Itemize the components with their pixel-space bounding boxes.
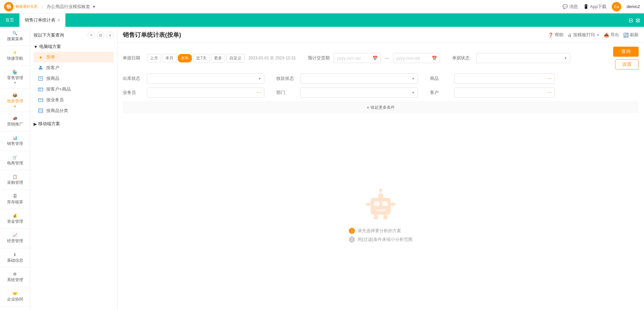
sidebar-item-purchase[interactable]: 📋 采购管理 [0, 170, 30, 190]
sidebar-item-wholesale[interactable]: 📦 批发管理 ▲ [0, 89, 30, 112]
sidebar-item-enterprise[interactable]: 🤝 企业协同 [0, 287, 30, 307]
scheme-item-by-customer[interactable]: 按客户 [34, 62, 114, 73]
sidebar-item-search[interactable]: 🔍 搜索菜单 [0, 27, 30, 46]
sidebar-quicknav-label: 快捷导航 [0, 56, 30, 61]
message-icon: 💬 [562, 4, 568, 9]
marketing-icon: 📣 [0, 116, 30, 121]
app-download-action[interactable]: 📱 App下载 [583, 4, 606, 10]
svg-rect-13 [374, 201, 379, 206]
refresh-action[interactable]: 🔄 刷新 [623, 32, 639, 38]
print-action[interactable]: 🖨 按模板打印 ▼ [568, 32, 600, 38]
empty-steps: 1 请先选择要分析的方案 2 用[过滤]条件来缩小分析范围 [349, 228, 412, 243]
empty-step-1-label: 请先选择要分析的方案 [358, 228, 401, 234]
scheme-item-icon-category [38, 108, 44, 114]
date-btn-this-month[interactable]: 本月 [162, 54, 176, 62]
page-header: 销售订单统计表(按单) ❓ 帮助 🖨 按模板打印 ▼ [117, 27, 644, 43]
scheme-settings-btn[interactable]: ⊙ [97, 32, 104, 39]
chevron-right-icon: ▶ [34, 121, 37, 126]
scheme-item-by-salesperson[interactable]: 按业务员 [34, 95, 114, 105]
goods-select[interactable]: ··· [454, 73, 555, 84]
sidebar-item-system[interactable]: ⚙ 系统管理 [0, 268, 30, 287]
minimize-icon[interactable]: ⊟ [629, 17, 633, 23]
scheme-panel-title: 按以下方案查询 [34, 32, 86, 38]
scheme-panel-header: 按以下方案查询 + ⊙ « [30, 30, 117, 42]
sidebar-item-finance[interactable]: 💰 资金管理 [0, 209, 30, 229]
customer-dots[interactable]: ··· [547, 90, 552, 96]
message-action[interactable]: 💬 消息 [562, 4, 578, 10]
tab-home[interactable]: 首页 [0, 13, 19, 27]
help-action[interactable]: ❓ 帮助 [548, 32, 564, 38]
payment-status-label: 收款状态 [276, 75, 297, 82]
avatar[interactable]: Ea [612, 2, 621, 11]
svg-rect-14 [382, 201, 387, 206]
scheme-section-title-desktop[interactable]: ▼ 电脑端方案 [34, 42, 114, 52]
export-action[interactable]: 📤 导出 [604, 32, 619, 38]
sidebar-item-basic-info[interactable]: ℹ 基础信息 [0, 248, 30, 268]
setting-button[interactable]: 设置 [615, 59, 639, 69]
scheme-item-label-category: 按商品分类 [46, 108, 68, 114]
sidebar-item-newuser[interactable]: 🎯 新手引导 [0, 307, 30, 310]
scheme-item-by-customer-product[interactable]: 按客户+商品 [34, 84, 114, 95]
date-separator: — [385, 56, 389, 61]
query-button[interactable]: 查询 [613, 47, 639, 57]
sidebar-item-quick-nav[interactable]: ⚡ 快捷导航 [0, 46, 30, 66]
print-label: 按模板打印 [573, 32, 595, 38]
app-icon: 📱 [583, 4, 589, 9]
scheme-item-by-product[interactable]: 按商品 [34, 73, 114, 84]
sidebar: 🔍 搜索菜单 ⚡ 快捷导航 🏪 零售管理 ▼ 📦 批发管理 ▲ 📣 营销推广 📊… [0, 27, 30, 310]
expected-delivery-end[interactable]: yyyy-mm-dd 📅 [393, 53, 440, 63]
main-content: 销售订单统计表(按单) ❓ 帮助 🖨 按模板打印 ▼ [117, 27, 644, 310]
sidebar-finance-label: 资金管理 [0, 219, 30, 224]
sidebar-sales-label: 销售管理 [0, 141, 30, 147]
chevron-down-icon: ▼ [564, 56, 567, 60]
date-btn-this-year[interactable]: 本年 [178, 54, 192, 62]
print-dropdown-icon[interactable]: ▼ [596, 33, 600, 37]
date-btn-more[interactable]: 更多 [211, 54, 225, 62]
goods-label: 商品 [430, 75, 450, 82]
customer-select[interactable]: ··· [454, 88, 555, 98]
svg-rect-19 [366, 203, 371, 206]
help-label: 帮助 [555, 32, 564, 38]
payment-status-select[interactable]: ▼ [301, 73, 418, 84]
department-select[interactable]: ▼ [301, 88, 418, 98]
scheme-item-by-product-category[interactable]: 按商品分类 [34, 105, 114, 116]
sidebar-item-operations[interactable]: 📈 经营管理 [0, 229, 30, 248]
sidebar-item-inventory[interactable]: 🗄 库存核算 [0, 190, 30, 209]
salesperson-dots[interactable]: ··· [257, 90, 261, 96]
salesperson-select[interactable]: ··· [147, 88, 264, 98]
scheme-add-btn[interactable]: + [88, 32, 95, 39]
svg-rect-4 [38, 88, 43, 91]
expected-delivery-start[interactable]: yyyy-mm-dd 📅 [334, 53, 381, 63]
topbar-dropdown-icon[interactable]: ▾ [93, 4, 95, 9]
date-btn-custom[interactable]: 自定义 [226, 54, 245, 62]
doc-status-select[interactable]: ▼ [476, 53, 570, 63]
message-label: 消息 [569, 4, 578, 10]
scheme-item-label-product: 按商品 [46, 75, 59, 82]
sidebar-item-marketing[interactable]: 📣 营销推广 [0, 112, 30, 132]
scheme-item-label-order: 按单 [46, 54, 55, 60]
svg-rect-15 [376, 209, 386, 211]
tab-close-icon[interactable]: × [57, 17, 60, 23]
scheme-item-icon-order: ● [38, 54, 44, 60]
sidebar-item-ecommerce[interactable]: 🛒 电商管理 [0, 151, 30, 170]
date-btn-7days[interactable]: 近7天 [193, 54, 210, 62]
sidebar-item-retail[interactable]: 🏪 零售管理 ▼ [0, 66, 30, 89]
sidebar-ecommerce-label: 电商管理 [0, 160, 30, 166]
goods-dots[interactable]: ··· [547, 75, 552, 82]
collapse-bar[interactable]: ∧ 收起更多条件 [123, 102, 639, 113]
maximize-icon[interactable]: ⊠ [636, 17, 640, 23]
date-btn-last-month[interactable]: 上月 [147, 54, 161, 62]
scheme-collapse-btn[interactable]: « [106, 32, 114, 39]
content-inner: 按以下方案查询 + ⊙ « ▼ 电脑端方案 ● 按单 [30, 27, 644, 310]
svg-rect-12 [371, 198, 391, 215]
sidebar-item-sales[interactable]: 📊 销售管理 [0, 132, 30, 151]
scheme-item-by-order[interactable]: ● 按单 [34, 52, 114, 62]
tab-sales-order[interactable]: 销售订单统计表 × [19, 13, 65, 27]
refresh-label: 刷新 [630, 32, 639, 38]
scheme-item-icon-salesperson [38, 97, 44, 103]
shipment-status-select[interactable]: ▼ [147, 73, 264, 84]
topbar-right: 💬 消息 📱 App下载 Ea demo2 [562, 2, 640, 11]
scheme-section-title-mobile[interactable]: ▶ 移动端方案 [34, 119, 114, 129]
sidebar-basicinfo-label: 基础信息 [0, 258, 30, 263]
collapse-label: 收起更多条件 [371, 105, 395, 110]
